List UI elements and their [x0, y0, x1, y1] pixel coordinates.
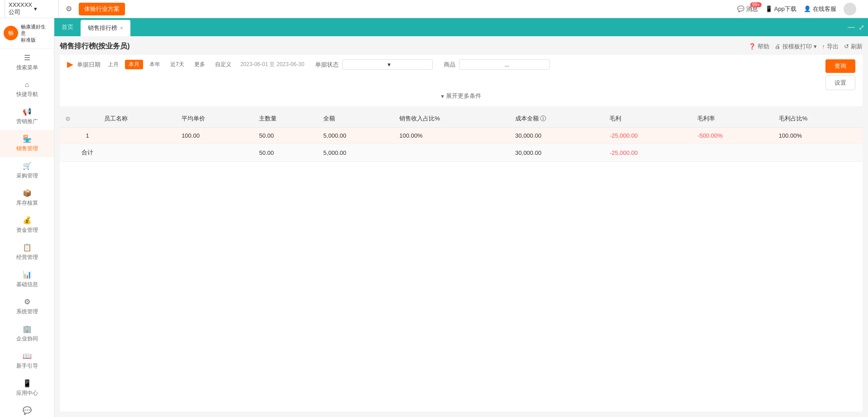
sidebar-item-sales[interactable]: 🏪 销售管理 — [0, 130, 54, 157]
col-rank — [76, 110, 99, 128]
sidebar-item-operation[interactable]: 📋 经营管理 — [0, 239, 54, 266]
date-btn-more[interactable]: 更多 — [191, 60, 209, 69]
col-sales-pct: 销售收入占比% — [394, 110, 510, 128]
finance-icon: 💰 — [23, 216, 32, 225]
footer-gross-rate — [692, 144, 773, 162]
sidebar-item-finance[interactable]: 💰 资金管理 — [0, 211, 54, 239]
online-service-button[interactable]: 👤 在线客服 — [804, 5, 836, 13]
system-icon: ⚙ — [24, 297, 30, 306]
sidebar-item-inventory[interactable]: 📦 库存核算 — [0, 184, 54, 211]
settings-button[interactable]: 设置 — [825, 76, 855, 90]
print-button[interactable]: 🖨 按模板打印 ▾ — [775, 43, 817, 51]
cell-settings — [60, 128, 76, 144]
apps-icon: 📱 — [23, 379, 32, 388]
sidebar-item-marketing[interactable]: 📢 营销推广 — [0, 103, 54, 130]
date-filter-label: 单据日期 — [77, 61, 101, 69]
shortcut-icon: ⌂ — [25, 81, 29, 89]
tab-maximize-icon[interactable]: ⤢ — [858, 23, 864, 32]
cell-cost-amount: 30,000.00 — [510, 128, 604, 144]
help-button[interactable]: ❓ 帮助 — [748, 43, 769, 51]
query-button[interactable]: 查询 — [825, 59, 855, 73]
sidebar-label-apps: 应用中心 — [16, 389, 38, 397]
sidebar-label-search: 搜索菜单 — [16, 64, 38, 72]
date-btn-7days[interactable]: 近7天 — [167, 60, 188, 69]
sidebar-item-search[interactable]: ☰ 搜索菜单 — [0, 49, 54, 76]
app-download-button[interactable]: 📱 App下载 — [765, 5, 796, 13]
footer-employee — [99, 144, 176, 162]
col-gross-pct: 毛利占比% — [773, 110, 863, 128]
main-layout: 畅 畅康通好生意 标准版 ☰ 搜索菜单 ⌂ 快捷导航 📢 营销推广 🏪 销售管理… — [0, 18, 868, 417]
inventory-icon: 📦 — [23, 189, 32, 197]
footer-empty1 — [60, 144, 76, 162]
message-badge: 99+ — [750, 2, 762, 7]
footer-gross-pct — [773, 144, 863, 162]
goods-select[interactable]: ... — [459, 59, 550, 70]
export-button[interactable]: ↑ 导出 — [822, 43, 839, 51]
operation-icon: 📋 — [23, 243, 32, 252]
trial-button[interactable]: 体验行业方案 — [79, 3, 125, 15]
col-gross-rate: 毛利率 — [692, 110, 773, 128]
sidebar-label-finance: 资金管理 — [16, 226, 38, 234]
sidebar-item-apps[interactable]: 📱 应用中心 — [0, 374, 54, 402]
sidebar-item-guide[interactable]: 📖 新手引导 — [0, 347, 54, 374]
date-filter-group: 单据日期 上月 本月 本年 近7天 更多 自定义 2023-06-01 至 20… — [77, 60, 304, 69]
table-row: 1 100.00 50.00 5,000.00 100.00% 30,000.0… — [60, 128, 863, 144]
cell-rank: 1 — [76, 128, 99, 144]
tab-close-icon[interactable]: × — [120, 25, 123, 31]
sidebar-label-shortcut: 快捷导航 — [16, 91, 38, 98]
col-settings[interactable]: ⚙ — [60, 110, 76, 128]
query-set-buttons: 查询 设置 — [825, 59, 855, 90]
tab-home[interactable]: 首页 — [54, 18, 81, 36]
sidebar-item-shortcut[interactable]: ⌂ 快捷导航 — [0, 76, 54, 103]
goods-filter-label: 商品 — [444, 61, 456, 69]
sidebar: 畅 畅康通好生意 标准版 ☰ 搜索菜单 ⌂ 快捷导航 📢 营销推广 🏪 销售管理… — [0, 18, 54, 417]
sidebar-label-basic: 基础信息 — [16, 281, 38, 288]
page-title: 销售排行榜(按业务员) — [60, 42, 130, 51]
export-icon: ↑ — [822, 43, 825, 50]
sidebar-item-basic[interactable]: 📊 基础信息 — [0, 266, 54, 293]
page-header: 销售排行榜(按业务员) ❓ 帮助 🖨 按模板打印 ▾ ↑ 导出 — [60, 42, 863, 51]
sidebar-label-sales: 销售管理 — [16, 145, 38, 153]
sidebar-item-wechat[interactable]: 💬 企业微信 — [0, 402, 54, 417]
print-chevron-icon: ▾ — [814, 43, 817, 50]
date-btn-last-month[interactable]: 上月 — [104, 60, 122, 69]
filter-section: ▶ 单据日期 上月 本月 本年 近7天 更多 自定义 — [60, 55, 863, 106]
status-chevron-icon: ▾ — [388, 61, 429, 68]
status-filter-label: 单据状态 — [315, 61, 339, 69]
filter-collapse-icon[interactable]: ▶ — [67, 59, 73, 69]
cell-gross-rate: -500.00% — [692, 128, 773, 144]
basic-icon: 📊 — [23, 270, 32, 279]
message-button[interactable]: 💬 消息 99+ — [737, 5, 758, 13]
company-selector[interactable]: XXXXXX公司 ▾ — [5, 0, 59, 19]
settings-icon[interactable]: ⚙ — [62, 3, 75, 15]
sidebar-label-operation: 经营管理 — [16, 254, 38, 261]
date-btn-this-year[interactable]: 本年 — [146, 60, 164, 69]
cell-employee — [99, 128, 176, 144]
cell-gross-pct: 100.00% — [773, 128, 863, 144]
tab-minimize-icon[interactable]: — — [848, 23, 855, 31]
sidebar-item-purchase[interactable]: 🛒 采购管理 — [0, 157, 54, 184]
avatar[interactable] — [844, 3, 856, 15]
filter-right: 查询 设置 — [825, 59, 855, 90]
tab-sales-ranking[interactable]: 销售排行榜 × — [81, 20, 130, 36]
sidebar-item-enterprise[interactable]: 🏢 企业协同 — [0, 320, 54, 347]
page-content: 销售排行榜(按业务员) ❓ 帮助 🖨 按模板打印 ▾ ↑ 导出 — [54, 36, 868, 417]
expand-chevron-icon: ▾ — [441, 93, 444, 100]
logo-text: 畅康通好生意 标准版 — [21, 24, 50, 43]
guide-icon: 📖 — [23, 352, 32, 360]
expand-conditions-button[interactable]: ▾ 展开更多条件 — [67, 90, 855, 102]
goods-filter-group: 商品 ... — [444, 59, 550, 70]
date-btn-custom[interactable]: 自定义 — [211, 60, 235, 69]
sales-icon: 🏪 — [23, 134, 32, 143]
footer-qty: 50.00 — [254, 144, 318, 162]
data-table: ⚙ 员工名称 平均单价 主数量 全额 销售收入占比% 成本全额 ⓘ 毛利 毛利率… — [60, 110, 863, 162]
refresh-button[interactable]: ↺ 刷新 — [844, 43, 863, 51]
status-select[interactable]: ▾ — [342, 59, 433, 70]
goods-ellipsis-icon[interactable]: ... — [504, 61, 546, 68]
col-cost-amount: 成本全额 ⓘ — [510, 110, 604, 128]
date-btn-this-month[interactable]: 本月 — [125, 60, 143, 69]
content-area: 首页 销售排行榜 × — ⤢ 销售排行榜(按业务员) ❓ 帮助 — [54, 18, 868, 417]
sidebar-item-system[interactable]: ⚙ 系统管理 — [0, 293, 54, 320]
service-icon: 👤 — [804, 5, 811, 12]
sidebar-label-enterprise: 企业协同 — [16, 335, 38, 343]
